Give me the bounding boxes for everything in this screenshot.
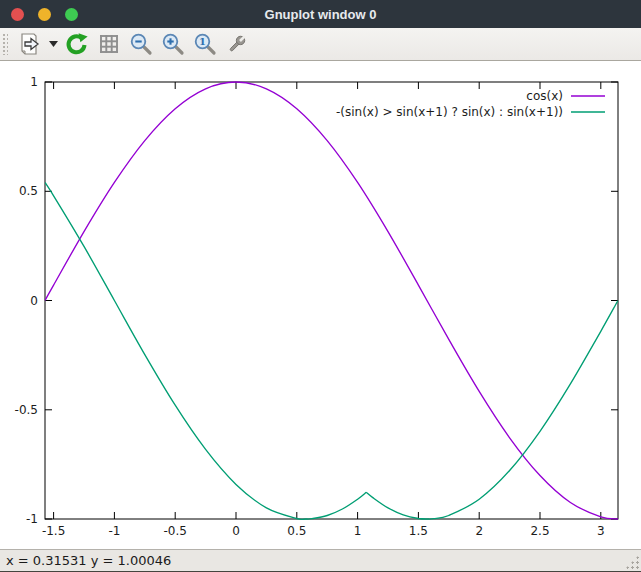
dropdown-arrow-icon <box>49 41 58 47</box>
refresh-icon <box>65 32 89 56</box>
toolbar-drag-handle[interactable] <box>2 33 8 55</box>
titlebar[interactable]: Gnuplot window 0 <box>0 0 641 28</box>
y-axis-labels: 10.50-0.5-1 <box>15 75 38 526</box>
maximize-button[interactable] <box>65 8 78 21</box>
legend-label-0: cos(x) <box>526 89 563 103</box>
plot-canvas[interactable]: -1.5-1-0.500.511.522.5310.50-0.5-1cos(x)… <box>0 61 641 549</box>
series-line-1 <box>45 182 618 519</box>
series-line-0 <box>45 82 618 519</box>
x-axis-ticks <box>54 82 601 519</box>
svg-text:1: 1 <box>354 524 362 538</box>
svg-text:0: 0 <box>30 294 38 308</box>
cursor-coordinates: x = 0.31531 y = 1.00046 <box>6 553 171 568</box>
svg-text:2: 2 <box>475 524 483 538</box>
settings-button[interactable] <box>224 31 250 57</box>
svg-text:-0.5: -0.5 <box>15 403 38 417</box>
svg-text:-0.5: -0.5 <box>163 524 186 538</box>
svg-text:0.5: 0.5 <box>19 184 38 198</box>
minimize-button[interactable] <box>38 8 51 21</box>
svg-text:0: 0 <box>232 524 240 538</box>
replot-button[interactable] <box>64 31 90 57</box>
svg-text:0.5: 0.5 <box>287 524 306 538</box>
zoom-in-icon <box>161 32 185 56</box>
legend-label-1: -(sin(x) > sin(x+1) ? sin(x) : sin(x+1)) <box>336 105 563 119</box>
grid-icon <box>97 32 121 56</box>
gnuplot-window: Gnuplot window 0 <box>0 0 641 572</box>
svg-text:3: 3 <box>597 524 605 538</box>
zoom-reset-icon: 1 <box>193 32 217 56</box>
svg-text:2.5: 2.5 <box>530 524 549 538</box>
resize-grip-icon[interactable] <box>625 555 639 569</box>
statusbar: x = 0.31531 y = 1.00046 <box>0 549 641 572</box>
y-axis-ticks <box>45 82 618 519</box>
x-axis-labels: -1.5-1-0.500.511.522.53 <box>42 524 605 538</box>
svg-text:-1.5: -1.5 <box>42 524 65 538</box>
window-title: Gnuplot window 0 <box>265 7 377 22</box>
toolbar: 1 <box>0 28 641 61</box>
svg-text:1: 1 <box>30 75 38 89</box>
export-menu-button[interactable] <box>48 31 58 57</box>
svg-text:-1: -1 <box>108 524 120 538</box>
close-button[interactable] <box>11 8 24 21</box>
legend: cos(x)-(sin(x) > sin(x+1) ? sin(x) : sin… <box>336 89 605 119</box>
document-export-icon <box>17 32 41 56</box>
export-button[interactable] <box>16 31 42 57</box>
zoom-in-button[interactable] <box>160 31 186 57</box>
wrench-icon <box>225 32 249 56</box>
zoom-out-icon <box>129 32 153 56</box>
svg-text:-1: -1 <box>26 512 38 526</box>
svg-text:1: 1 <box>199 36 206 47</box>
plot-area[interactable]: -1.5-1-0.500.511.522.5310.50-0.5-1cos(x)… <box>0 61 641 549</box>
grid-button[interactable] <box>96 31 122 57</box>
zoom-out-button[interactable] <box>128 31 154 57</box>
svg-text:1.5: 1.5 <box>409 524 428 538</box>
plot-border <box>45 82 618 519</box>
window-controls <box>11 0 78 28</box>
zoom-reset-button[interactable]: 1 <box>192 31 218 57</box>
